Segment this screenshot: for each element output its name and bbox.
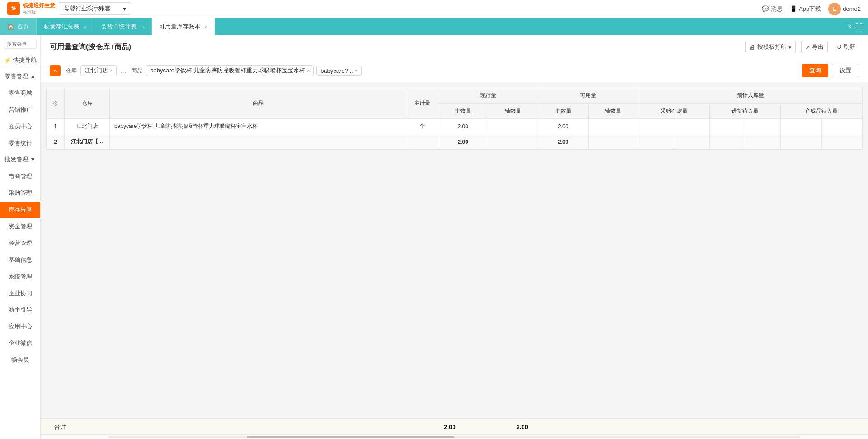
avail-main-qty-header: 主数量 (538, 104, 588, 119)
sidebar-item-finance[interactable]: 资金管理 (0, 218, 40, 235)
row-product (110, 134, 406, 150)
print-btn[interactable]: 🖨 按模板打印 ▾ (745, 41, 796, 53)
row-production-main (781, 119, 821, 134)
sidebar-item-member[interactable]: 会员中心 (0, 118, 40, 135)
refresh-btn[interactable]: ↺ 刷新 (833, 41, 859, 53)
footer-stock-main-total: 2.00 (432, 424, 468, 430)
scroll-thumb (247, 436, 454, 438)
home-icon: 🏠 (7, 24, 14, 30)
export-icon: ↗ (805, 44, 810, 51)
table-settings-icon[interactable]: ⚙ (52, 100, 58, 107)
tab-available-stock-label: 可用量库存账本 (159, 23, 200, 31)
content-area: 可用量查询(按仓库+商品) 🖨 按模板打印 ▾ ↗ 导出 ↺ 刷新 (41, 35, 868, 439)
export-btn[interactable]: ↗ 导出 (801, 41, 828, 53)
row-stock-main: 2.00 (438, 119, 488, 134)
tab-order-stats[interactable]: 要货单统计表 × (94, 18, 151, 35)
sidebar-item-wechat[interactable]: 企业微信 (0, 335, 40, 352)
sidebar-item-system[interactable]: 系统管理 (0, 269, 40, 285)
scroll-bar-area (41, 434, 868, 439)
product-tag2[interactable]: babycare?... × (316, 66, 361, 76)
sidebar-item-zero-retail[interactable]: 零售管理 ▲ (0, 68, 40, 85)
sidebar-item-basic-info[interactable]: 基础信息 (0, 252, 40, 269)
stock-main-qty-header: 主数量 (438, 104, 488, 119)
sidebar-vip-label: 畅会员 (11, 356, 29, 364)
warehouse-filter-label: 仓库 (66, 67, 77, 75)
sidebar-item-newbie[interactable]: 新手引导 (0, 302, 40, 318)
quick-nav-btn[interactable]: ⚡ 快捷导航 (0, 52, 40, 68)
row-unit (406, 134, 438, 150)
quick-nav-label: 快捷导航 (13, 56, 37, 64)
industry-select-label: 母婴行业演示账套 (64, 5, 111, 13)
refresh-icon: ↺ (837, 44, 842, 51)
sidebar-item-retail-stats[interactable]: 零售统计 (0, 135, 40, 152)
sidebar-item-inventory[interactable]: 库存核算 (0, 202, 40, 218)
avatar: E (828, 3, 841, 15)
fullscreen-btn[interactable]: ⛶ (855, 23, 863, 31)
user-avatar-area[interactable]: E demo2 (828, 3, 861, 15)
main-unit-col-header: 主计量 (406, 88, 438, 119)
sidebar-newbie-label: 新手引导 (9, 306, 32, 314)
sidebar-inventory-label: 库存核算 (9, 206, 32, 214)
product-filter-group: 商品 babycare学饮杯 儿童防摔防撞吸管杯重力球吸嘴杯宝宝水杯 × bab… (132, 65, 361, 76)
settings-button[interactable]: 设置 (832, 64, 859, 77)
sidebar-item-wholesale[interactable]: 批发管理 ▼ (0, 151, 40, 168)
row-production-aux (821, 134, 862, 150)
close-available-stock-icon[interactable]: × (205, 24, 208, 29)
page-title: 可用量查询(按仓库+商品) (50, 42, 131, 52)
product-tag2-close-icon[interactable]: × (355, 68, 358, 73)
app-download-btn[interactable]: 📱 App下载 (790, 5, 821, 13)
sidebar-item-vip[interactable]: 畅会员 (0, 352, 40, 368)
sidebar-item-ecommerce[interactable]: 电商管理 (0, 168, 40, 185)
sidebar-member-label: 会员中心 (9, 123, 32, 131)
sidebar: ⚡ 快捷导航 零售管理 ▲ 零售商城 营销推广 会员中心 零售统计 批发管理 ▼… (0, 35, 41, 439)
sidebar-purchase-label: 采购管理 (9, 189, 32, 197)
warehouse-more-icon[interactable]: ... (120, 66, 126, 75)
query-button[interactable]: 查询 (802, 64, 828, 77)
tab-receipt-summary[interactable]: 收发存汇总表 × (37, 18, 94, 35)
sidebar-ecommerce-label: 电商管理 (9, 173, 32, 180)
search-input[interactable] (4, 39, 37, 49)
data-table: ⚙ 仓库 商品 主计量 现存量 可用量 预计入库量 主数量 辅数量 主数量 辅数… (46, 88, 863, 150)
sidebar-item-enterprise[interactable]: 企业协同 (0, 285, 40, 302)
message-btn[interactable]: 💬 消息 (762, 5, 783, 13)
product-tag1-close-icon[interactable]: × (307, 68, 310, 73)
row-warehouse: 江北门店【... (65, 134, 110, 150)
industry-select[interactable]: 母婴行业演示账套 ▾ (59, 2, 131, 15)
sidebar-item-operation[interactable]: 经营管理 (0, 235, 40, 252)
sidebar-item-marketing[interactable]: 营销推广 (0, 102, 40, 118)
warehouse-tag-close-icon[interactable]: × (110, 68, 113, 73)
username-label: demo2 (843, 5, 861, 12)
logo-area: 好 畅捷通好生意 标准版 (7, 2, 55, 15)
app-download-label: App下载 (799, 5, 821, 13)
sidebar-item-retail-mall[interactable]: 零售商城 (0, 85, 40, 102)
table-footer: 合计 2.00 2.00 (41, 418, 868, 434)
tab-available-stock[interactable]: 可用量库存账本 × (152, 18, 215, 35)
sidebar-finance-label: 资金管理 (9, 223, 32, 231)
available-col-header: 可用量 (538, 88, 638, 104)
current-stock-col-header: 现存量 (438, 88, 538, 104)
sidebar-operation-label: 经营管理 (9, 240, 32, 247)
row-warehouse: 江北门店 (65, 119, 110, 134)
close-all-btn[interactable]: × (848, 23, 852, 31)
nav-tabs: 🏠 首页 收发存汇总表 × 要货单统计表 × 可用量库存账本 × × ⛶ (0, 18, 868, 35)
horizontal-scrollbar[interactable] (108, 436, 800, 438)
tab-home-label: 首页 (17, 23, 29, 31)
close-order-stats-icon[interactable]: × (141, 24, 144, 29)
table-area: ⚙ 仓库 商品 主计量 现存量 可用量 预计入库量 主数量 辅数量 主数量 辅数… (41, 82, 868, 418)
filter-expand-btn[interactable]: » (50, 65, 61, 76)
sidebar-basic-info-label: 基础信息 (9, 256, 32, 264)
sidebar-item-app-center[interactable]: 应用中心 (0, 318, 40, 335)
tab-order-stats-label: 要货单统计表 (101, 23, 137, 31)
forecast-inbound-col-header: 预计入库量 (638, 88, 863, 104)
close-receipt-summary-icon[interactable]: × (84, 24, 86, 29)
row-purchase-main (638, 134, 674, 150)
product-tag1[interactable]: babycare学饮杯 儿童防摔防撞吸管杯重力球吸嘴杯宝宝水杯 × (146, 65, 314, 76)
tab-home[interactable]: 🏠 首页 (0, 18, 37, 35)
row-avail-main: 2.00 (538, 119, 588, 134)
warehouse-tag[interactable]: 江北门店 × (80, 65, 117, 76)
export-label: 导出 (812, 43, 824, 51)
row-avail-aux (588, 119, 638, 134)
sidebar-item-purchase[interactable]: 采购管理 (0, 185, 40, 202)
row-index: 1 (47, 119, 65, 134)
row-stock-main: 2.00 (438, 134, 488, 150)
